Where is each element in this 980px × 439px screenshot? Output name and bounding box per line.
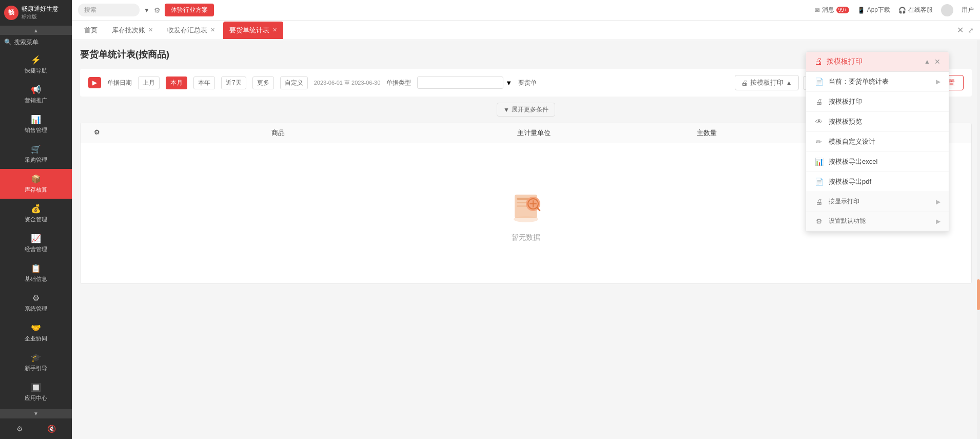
order-type-label: 单据类型 bbox=[386, 79, 411, 87]
apps-icon: 🔲 bbox=[31, 383, 41, 392]
online-service-item[interactable]: 🎧 在线客服 bbox=[898, 6, 933, 14]
messages-item[interactable]: ✉ 消息 99+ bbox=[815, 6, 849, 14]
user-name: 用户 bbox=[962, 6, 974, 14]
dropdown-display-print-icon: 🖨 bbox=[814, 198, 824, 206]
dropdown-excel-icon: 📊 bbox=[814, 158, 824, 166]
tabs-expand-btn[interactable]: ⤢ bbox=[968, 26, 974, 34]
dropdown-default-func-icon: ⚙ bbox=[814, 217, 824, 225]
dropdown-item-template-print[interactable]: 🖨 按模板打印 bbox=[806, 92, 949, 112]
date-btn-last-month[interactable]: 上月 bbox=[138, 77, 160, 89]
date-btn-7days[interactable]: 近7天 bbox=[221, 77, 246, 89]
col-settings[interactable]: ⚙ bbox=[89, 128, 105, 138]
phone-icon: 📱 bbox=[857, 7, 865, 14]
dropdown-close-button[interactable]: ✕ bbox=[934, 58, 940, 66]
dropdown-item-default-func[interactable]: ⚙ 设置默认功能 ▶ bbox=[806, 212, 949, 231]
dropdown-header: 🖨 按模板打印 ▲ ✕ bbox=[806, 52, 949, 72]
tab-receivables[interactable]: 收发存汇总表 ✕ bbox=[161, 22, 221, 39]
print-dropdown-menu: 🖨 按模板打印 ▲ ✕ 📄 当前：要货单统计表 ▶ 🖨 按模板打印 👁 按模板预… bbox=[806, 51, 949, 232]
col-qty: 主数量 bbox=[623, 128, 790, 138]
dropdown-item-template-pdf[interactable]: 📄 按模板导出pdf bbox=[806, 172, 949, 192]
expand-more-icon: ▼ bbox=[503, 106, 509, 113]
sidebar-nav: ⚡ 快捷导航 📢 营销推广 📊 销售管理 🛒 采购管理 📦 库存核算 💰 资金管… bbox=[0, 50, 72, 409]
dropdown-item-template-excel[interactable]: 📊 按模板导出excel bbox=[806, 152, 949, 172]
topbar-dropdown-arrow[interactable]: ▼ bbox=[144, 7, 150, 14]
sidebar-item-purchase[interactable]: 🛒 采购管理 bbox=[0, 139, 72, 169]
sidebar-item-guide[interactable]: 🎓 新手引导 bbox=[0, 348, 72, 377]
app-download-item[interactable]: 📱 App下载 bbox=[857, 6, 890, 14]
user-avatar[interactable] bbox=[941, 4, 953, 16]
dropdown-title: 按模板打印 bbox=[827, 57, 863, 66]
date-range-display: 2023-06-01 至 2023-06-30 bbox=[314, 79, 381, 87]
tab-receivables-close[interactable]: ✕ bbox=[210, 27, 215, 33]
empty-illustration bbox=[505, 184, 546, 227]
tab-batch-account[interactable]: 库存批次账 ✕ bbox=[106, 22, 159, 39]
sidebar-item-quick-nav[interactable]: ⚡ 快捷导航 bbox=[0, 50, 72, 80]
audio-bottom-btn[interactable]: 🔇 bbox=[45, 423, 58, 435]
tabs-controls: ✕ ⤢ bbox=[957, 25, 974, 35]
tabs-bar: 首页 库存批次账 ✕ 收发存汇总表 ✕ 要货单统计表 ✕ ✕ ⤢ bbox=[72, 21, 980, 40]
date-btn-custom[interactable]: 自定义 bbox=[280, 77, 308, 89]
order-type-select[interactable]: ▼ bbox=[417, 77, 512, 89]
sidebar-scroll-down[interactable]: ▼ bbox=[0, 409, 72, 418]
filter-expand-button[interactable]: ▶ bbox=[88, 77, 101, 88]
dropdown-pdf-icon: 📄 bbox=[814, 178, 824, 186]
sidebar-item-sales[interactable]: 📊 销售管理 bbox=[0, 109, 72, 139]
print-template-button[interactable]: 🖨 按模板打印 ▲ bbox=[735, 75, 799, 90]
date-label: 单据日期 bbox=[107, 79, 132, 87]
topbar: 搜索 ▼ ⚙ 体验行业方案 ✉ 消息 99+ 📱 App下载 🎧 在线客服 用户 bbox=[72, 0, 980, 21]
headset-icon: 🎧 bbox=[898, 7, 906, 14]
app-version: 标准版 bbox=[22, 13, 58, 21]
topbar-gear-icon[interactable]: ⚙ bbox=[154, 6, 161, 14]
sales-icon: 📊 bbox=[31, 114, 41, 124]
purchase-icon: 🛒 bbox=[31, 144, 41, 154]
dropdown-item-template-preview[interactable]: 👁 按模板预览 bbox=[806, 112, 949, 132]
tab-home[interactable]: 首页 bbox=[78, 22, 104, 39]
tab-batch-account-close[interactable]: ✕ bbox=[148, 27, 153, 33]
guide-icon: 🎓 bbox=[31, 353, 41, 362]
date-btn-more[interactable]: 更多 bbox=[252, 77, 274, 89]
scrollbar-thumb[interactable] bbox=[977, 279, 980, 310]
basic-icon: 📋 bbox=[31, 263, 41, 273]
trial-button[interactable]: 体验行业方案 bbox=[165, 4, 214, 16]
sidebar-item-collab[interactable]: 🤝 企业协同 bbox=[0, 318, 72, 348]
dropdown-item-current[interactable]: 📄 当前：要货单统计表 ▶ bbox=[806, 72, 949, 92]
dropdown-design-icon: ✏ bbox=[814, 138, 824, 146]
sidebar-item-finance[interactable]: 💰 资金管理 bbox=[0, 199, 72, 228]
dropdown-template-print-icon: 🖨 bbox=[814, 98, 824, 106]
tabs-close-all-btn[interactable]: ✕ bbox=[957, 25, 964, 35]
sidebar-item-marketing[interactable]: 📢 营销推广 bbox=[0, 80, 72, 109]
tab-order-stats-close[interactable]: ✕ bbox=[272, 27, 277, 33]
sidebar-item-system[interactable]: ⚙ 系统管理 bbox=[0, 288, 72, 318]
sidebar: 畅 畅康通好生意 标准版 ▲ 🔍 搜索菜单 ⚡ 快捷导航 📢 营销推广 📊 销售… bbox=[0, 0, 72, 439]
right-scrollbar bbox=[977, 40, 980, 439]
col-unit: 主计量单位 bbox=[451, 128, 618, 138]
date-btn-this-month[interactable]: 本月 bbox=[166, 77, 187, 89]
expand-more-button[interactable]: ▼ 展开更多条件 bbox=[497, 103, 555, 117]
dropdown-display-print-arrow: ▶ bbox=[936, 198, 940, 205]
dropdown-current-arrow: ▶ bbox=[936, 78, 940, 85]
quick-nav-icon: ⚡ bbox=[31, 55, 41, 65]
order-type-input[interactable] bbox=[417, 77, 503, 89]
sidebar-item-apps[interactable]: 🔲 应用中心 bbox=[0, 377, 72, 407]
sidebar-item-basic[interactable]: 📋 基础信息 bbox=[0, 258, 72, 288]
marketing-icon: 📢 bbox=[31, 85, 41, 94]
sidebar-item-inventory[interactable]: 📦 库存核算 bbox=[0, 169, 72, 199]
dropdown-collapse-icon[interactable]: ▲ bbox=[924, 58, 930, 65]
settings-bottom-btn[interactable]: ⚙ bbox=[14, 423, 25, 435]
dropdown-default-func-arrow: ▶ bbox=[936, 218, 940, 225]
print-icon: 🖨 bbox=[741, 79, 748, 87]
sidebar-scroll-up[interactable]: ▲ bbox=[0, 26, 72, 35]
sidebar-search[interactable]: 🔍 搜索菜单 bbox=[0, 35, 72, 50]
date-btn-this-year[interactable]: 本年 bbox=[193, 77, 215, 89]
dropdown-item-template-design[interactable]: ✏ 模板自定义设计 bbox=[806, 132, 949, 152]
message-icon: ✉ bbox=[815, 7, 820, 14]
dropdown-item-display-print[interactable]: 🖨 按显示打印 ▶ bbox=[806, 192, 949, 212]
dropdown-current-icon: 📄 bbox=[814, 78, 824, 86]
tab-order-stats[interactable]: 要货单统计表 ✕ bbox=[223, 22, 283, 39]
sidebar-item-operation[interactable]: 📈 经营管理 bbox=[0, 228, 72, 258]
empty-text: 暂无数据 bbox=[512, 233, 540, 242]
topbar-search-box[interactable]: 搜索 bbox=[78, 4, 140, 16]
dropdown-print-icon: 🖨 bbox=[814, 57, 822, 66]
logo-icon: 畅 bbox=[4, 6, 18, 20]
finance-icon: 💰 bbox=[31, 204, 41, 214]
